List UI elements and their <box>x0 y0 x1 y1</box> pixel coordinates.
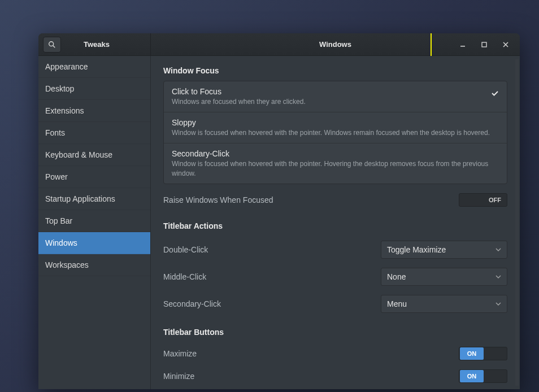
minimize-toggle[interactable]: ON <box>459 369 507 383</box>
section-heading-window-focus: Window Focus <box>163 66 507 75</box>
body: AppearanceDesktopExtensionsFontsKeyboard… <box>38 56 520 389</box>
maximize-window-button[interactable] <box>473 34 495 55</box>
sidebar-item-extensions[interactable]: Extensions <box>38 100 150 122</box>
maximize-row: Maximize ON <box>163 342 507 365</box>
raise-windows-row: Raise Windows When Focused OFF <box>163 189 507 211</box>
section-heading-titlebar-buttons: Titlebar Buttons <box>163 328 507 337</box>
focus-option-sloppy[interactable]: SloppyWindow is focused when hovered wit… <box>164 112 507 143</box>
middle-click-label: Middle-Click <box>163 272 206 281</box>
svg-line-1 <box>53 45 55 47</box>
window-controls <box>452 33 516 55</box>
placement-row: Placement Left Right <box>163 387 507 389</box>
maximize-toggle[interactable]: ON <box>459 347 507 360</box>
focus-option-click-to-focus[interactable]: Click to FocusWindows are focused when t… <box>164 81 507 112</box>
maximize-icon <box>481 41 488 48</box>
sidebar-item-fonts[interactable]: Fonts <box>38 122 150 144</box>
sidebar-item-appearance[interactable]: Appearance <box>38 56 150 78</box>
middle-click-value: None <box>387 272 406 281</box>
minimize-icon <box>459 41 466 48</box>
svg-rect-3 <box>482 42 486 47</box>
double-click-dropdown[interactable]: Toggle Maximize <box>381 241 507 259</box>
toggle-on-text: ON <box>460 370 484 382</box>
svg-point-0 <box>49 41 54 46</box>
focus-option-desc: Windows are focused when they are clicke… <box>172 97 499 106</box>
sidebar-item-desktop[interactable]: Desktop <box>38 78 150 100</box>
close-window-button[interactable] <box>495 34 516 55</box>
search-icon <box>48 41 56 49</box>
minimize-window-button[interactable] <box>452 34 473 55</box>
secondary-click-label: Secondary-Click <box>163 299 221 308</box>
toggle-off-text: OFF <box>489 197 501 203</box>
minimize-label: Minimize <box>163 372 194 381</box>
focus-option-title: Secondary-Click <box>172 149 499 158</box>
content: Window Focus Click to FocusWindows are f… <box>151 56 520 389</box>
app-title: Tweaks <box>66 40 146 49</box>
focus-option-desc: Window is focused when hovered with the … <box>172 128 499 137</box>
sidebar-item-workspaces[interactable]: Workspaces <box>38 254 150 276</box>
sidebar-item-power[interactable]: Power <box>38 166 150 188</box>
titlebar-left: Tweaks <box>38 33 151 55</box>
raise-windows-label: Raise Windows When Focused <box>163 195 273 204</box>
minimize-row: Minimize ON <box>163 365 507 387</box>
secondary-click-value: Menu <box>387 299 407 308</box>
titlebar: Tweaks Windows <box>38 33 520 56</box>
page-title: Windows <box>319 40 351 49</box>
double-click-value: Toggle Maximize <box>387 245 446 254</box>
titlebar-right: Windows <box>151 33 520 55</box>
secondary-click-dropdown[interactable]: Menu <box>381 295 507 313</box>
close-icon <box>502 41 509 48</box>
raise-windows-toggle[interactable]: OFF <box>459 193 507 207</box>
sidebar-item-windows[interactable]: Windows <box>38 232 150 254</box>
sidebar: AppearanceDesktopExtensionsFontsKeyboard… <box>38 56 151 389</box>
maximize-label: Maximize <box>163 349 197 358</box>
sidebar-item-startup-applications[interactable]: Startup Applications <box>38 188 150 210</box>
focus-option-title: Sloppy <box>172 118 499 127</box>
sidebar-item-keyboard-mouse[interactable]: Keyboard & Mouse <box>38 144 150 166</box>
chevron-down-icon <box>495 247 501 252</box>
check-icon <box>491 89 499 99</box>
sidebar-item-top-bar[interactable]: Top Bar <box>38 210 150 232</box>
middle-click-dropdown[interactable]: None <box>381 268 507 286</box>
focus-option-secondary-click[interactable]: Secondary-ClickWindow is focused when ho… <box>164 143 507 183</box>
chevron-down-icon <box>495 301 501 307</box>
svg-rect-2 <box>460 46 465 47</box>
focus-option-title: Click to Focus <box>172 87 499 96</box>
double-click-label: Double-Click <box>163 245 208 254</box>
double-click-row: Double-Click Toggle Maximize <box>163 236 507 263</box>
toggle-on-text: ON <box>460 347 484 360</box>
chevron-down-icon <box>495 274 501 280</box>
secondary-click-row: Secondary-Click Menu <box>163 290 507 317</box>
tweaks-window: Tweaks Windows AppearanceDesktopExtensio… <box>38 33 520 389</box>
window-focus-group: Click to FocusWindows are focused when t… <box>163 81 507 184</box>
section-heading-titlebar-actions: Titlebar Actions <box>163 221 507 230</box>
focus-option-desc: Window is focused when hovered with the … <box>172 159 499 177</box>
middle-click-row: Middle-Click None <box>163 263 507 290</box>
search-button[interactable] <box>43 37 61 53</box>
